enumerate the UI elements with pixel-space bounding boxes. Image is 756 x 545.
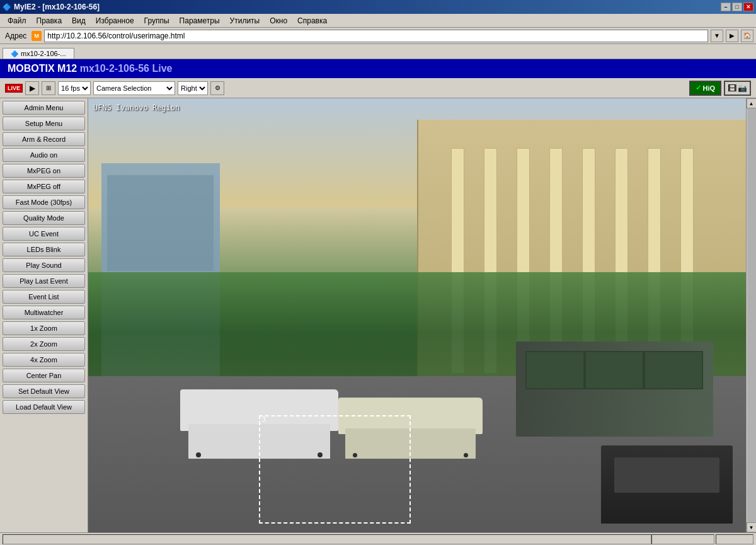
camera-info: mx10-2-106-56 Live xyxy=(80,63,173,74)
status-bar xyxy=(0,532,756,545)
maximize-button[interactable]: □ xyxy=(732,3,742,11)
video-overlay-text: UFNS Ivanovo Region xyxy=(93,103,180,112)
snapshot-button[interactable]: 🎞 📷 xyxy=(724,81,751,96)
sidebar-btn-1x-zoom[interactable]: 1x Zoom xyxy=(3,321,85,335)
status-progress xyxy=(716,534,753,544)
menu-favorites[interactable]: Избранное xyxy=(91,15,139,26)
tab-bar: 🔷 mx10-2-106-... xyxy=(0,44,756,59)
browser-icon: M xyxy=(32,31,42,41)
sidebar-btn-center-pan[interactable]: Center Pan xyxy=(3,369,85,382)
sidebar-btn-multiwatcher[interactable]: Multiwatcher xyxy=(3,306,85,319)
menu-view[interactable]: Вид xyxy=(67,15,91,26)
address-label: Адрес xyxy=(3,32,29,40)
live-indicator: LIVE xyxy=(5,84,23,93)
browser-tab[interactable]: 🔷 mx10-2-106-... xyxy=(3,48,74,59)
sidebar-btn-leds-blink[interactable]: LEDs Blink xyxy=(3,243,85,256)
sidebar-btn-2x-zoom[interactable]: 2x Zoom xyxy=(3,337,85,351)
sidebar-btn-load-default[interactable]: Load Default View xyxy=(3,400,85,414)
tab-icon: 🔷 xyxy=(11,50,18,57)
car-1 xyxy=(180,389,338,459)
camera-brand: MOBOTIX M12 xyxy=(8,63,77,74)
app-icon: 🔷 xyxy=(3,3,11,11)
settings-icon-button[interactable]: ⚙ xyxy=(210,81,224,95)
menu-window[interactable]: Окно xyxy=(265,15,292,26)
sidebar-btn-set-default[interactable]: Set Default View xyxy=(3,384,85,398)
video-feed: UFNS Ivanovo Region 3 xyxy=(88,98,746,532)
car-dark xyxy=(601,445,733,524)
car-2 xyxy=(338,398,483,458)
status-zone xyxy=(651,534,714,544)
menu-help[interactable]: Справка xyxy=(292,15,332,26)
fps-select[interactable]: 16 fps 8 fps 4 fps 2 fps xyxy=(58,81,91,95)
grid-button[interactable]: ⊞ xyxy=(42,81,55,95)
sidebar-btn-play-sound[interactable]: Play Sound xyxy=(3,258,85,272)
camera-select[interactable]: Camera Selection Right Left xyxy=(93,81,175,95)
snapshot-camera-icon: 📷 xyxy=(738,84,747,93)
sidebar-btn-mxpeg-off[interactable]: MxPEG off xyxy=(3,180,85,193)
sidebar-btn-4x-zoom[interactable]: 4x Zoom xyxy=(3,353,85,367)
hiq-label: HiQ xyxy=(702,84,715,92)
snapshot-icon: 🎞 xyxy=(728,83,736,93)
sidebar: Admin Menu Setup Menu Arm & Record Audio… xyxy=(0,98,88,532)
close-button[interactable]: ✕ xyxy=(743,3,753,11)
address-refresh-button[interactable]: ▶ xyxy=(726,30,738,42)
status-text xyxy=(3,534,651,544)
sidebar-btn-mxpeg-on[interactable]: MxPEG on xyxy=(3,164,85,178)
sidebar-btn-play-last-event[interactable]: Play Last Event xyxy=(3,274,85,288)
bus xyxy=(516,341,713,437)
toolbar: LIVE ▶ ⊞ 16 fps 8 fps 4 fps 2 fps Camera… xyxy=(0,78,756,98)
main-content: MOBOTIX M12 mx10-2-106-56 Live LIVE ▶ ⊞ … xyxy=(0,59,756,532)
tab-label: mx10-2-106-... xyxy=(21,50,66,57)
hiq-checkmark: ✓ xyxy=(696,84,701,92)
menu-groups[interactable]: Группы xyxy=(139,15,175,26)
address-input[interactable] xyxy=(44,30,708,42)
menu-file[interactable]: Файл xyxy=(3,15,32,26)
window-title: MyIE2 - [mx10-2-106-56] xyxy=(14,3,100,11)
sidebar-btn-fast-mode[interactable]: Fast Mode (30fps) xyxy=(3,195,85,209)
sidebar-btn-arm-record[interactable]: Arm & Record xyxy=(3,132,85,146)
sidebar-btn-audio-on[interactable]: Audio on xyxy=(3,148,85,162)
sidebar-btn-admin-menu[interactable]: Admin Menu xyxy=(3,101,85,115)
address-go-button[interactable]: ▼ xyxy=(711,30,723,42)
menu-utils[interactable]: Утилиты xyxy=(225,15,265,26)
title-bar: 🔷 MyIE2 - [mx10-2-106-56] – □ ✕ xyxy=(0,0,756,14)
scroll-up-button[interactable]: ▲ xyxy=(747,98,757,108)
sidebar-btn-quality-mode[interactable]: Quality Mode xyxy=(3,211,85,225)
menu-params[interactable]: Параметры xyxy=(175,15,225,26)
right-scrollbar: ▲ ▼ xyxy=(746,98,756,532)
hiq-button[interactable]: ✓ HiQ xyxy=(689,81,721,96)
sidebar-btn-event-list[interactable]: Event List xyxy=(3,290,85,304)
scroll-down-button[interactable]: ▼ xyxy=(747,522,757,532)
camera-area: Admin Menu Setup Menu Arm & Record Audio… xyxy=(0,98,756,532)
address-home-button[interactable]: 🏠 xyxy=(741,30,753,42)
address-bar: Адрес M ▼ ▶ 🏠 xyxy=(0,28,756,44)
menu-bar: Файл Правка Вид Избранное Группы Парамет… xyxy=(0,14,756,28)
play-button[interactable]: ▶ xyxy=(25,81,39,95)
scroll-track xyxy=(747,108,756,522)
sidebar-btn-uc-event[interactable]: UC Event xyxy=(3,227,85,241)
direction-select[interactable]: Right Left Both xyxy=(178,81,208,95)
menu-edit[interactable]: Правка xyxy=(32,15,67,26)
minimize-button[interactable]: – xyxy=(721,3,731,11)
camera-header: MOBOTIX M12 mx10-2-106-56 Live xyxy=(0,59,756,78)
sidebar-btn-setup-menu[interactable]: Setup Menu xyxy=(3,117,85,130)
